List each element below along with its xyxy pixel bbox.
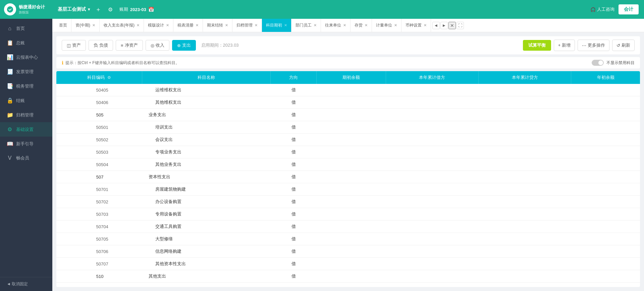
- table-row[interactable]: 50703 专用设备购置 借: [56, 208, 640, 221]
- cell-code: 50701: [56, 183, 142, 196]
- info-icon: ℹ: [62, 60, 63, 65]
- sidebar-item-closing[interactable]: 🔒 结账: [0, 93, 52, 108]
- sidebar-label-member: 畅会员: [16, 155, 29, 161]
- cell-direction: 借: [271, 221, 317, 233]
- logo-sub-text: 旗舰版: [19, 10, 45, 15]
- cell-debit: [386, 96, 478, 109]
- add-workspace-btn[interactable]: ＋: [94, 5, 103, 13]
- cell-debit: [386, 196, 478, 208]
- table-row[interactable]: 50503 专项业务支出 借: [56, 146, 640, 158]
- cell-debit: [386, 134, 478, 146]
- sidebar-item-member[interactable]: V 畅会员: [0, 151, 52, 165]
- table-row[interactable]: 50504 其他业务支出 借: [56, 158, 640, 171]
- table-row[interactable]: 50405 运维维权支出 借: [56, 84, 640, 96]
- tab-close-inventory[interactable]: ✕: [365, 23, 368, 28]
- tab-next-btn[interactable]: ▶: [440, 22, 448, 29]
- table-row[interactable]: 50502 会议支出 借: [56, 134, 640, 146]
- company-selector[interactable]: 基层工会测试 ▾: [58, 6, 90, 12]
- service-btn[interactable]: 🎧 人工咨询: [590, 6, 614, 12]
- period-label: 账期: [119, 6, 128, 12]
- tab-close-units[interactable]: ✕: [343, 23, 346, 28]
- column-settings-icon[interactable]: ⚙: [107, 75, 111, 80]
- sidebar-item-settings[interactable]: ⚙ 基础设置: [0, 122, 52, 137]
- sidebar-item-archive[interactable]: 📁 归档管理: [0, 108, 52, 122]
- tab-close-taxform[interactable]: ✕: [196, 23, 199, 28]
- tax-icon: 📑: [7, 83, 13, 89]
- cell-code: 50702: [56, 196, 142, 208]
- cell-balance: [317, 96, 386, 109]
- tab-close-yearend[interactable]: ✕: [225, 23, 228, 28]
- sidebar-item-ledger[interactable]: 📋 总账: [0, 36, 52, 50]
- tab-income[interactable]: 收入支出表(年报)✕: [100, 19, 144, 32]
- table-row[interactable]: 50704 交通工具购置 借: [56, 221, 640, 233]
- tab-prev-btn[interactable]: ◀: [432, 22, 440, 29]
- settings-icon[interactable]: ⚙: [107, 6, 114, 13]
- cell-credit: [478, 258, 571, 270]
- member-icon: V: [7, 155, 13, 161]
- tab-close-interim[interactable]: ✕: [92, 23, 95, 28]
- tab-home[interactable]: 首页: [55, 19, 71, 32]
- tab-measure[interactable]: 计量单位✕: [372, 19, 401, 32]
- tab-close-template[interactable]: ✕: [166, 23, 169, 28]
- tab-close-measure[interactable]: ✕: [394, 23, 397, 28]
- more-btn[interactable]: ⋯ 更多操作: [578, 40, 609, 51]
- filter-asset-btn[interactable]: ◫ 资产: [62, 40, 86, 51]
- table-row[interactable]: 50706 信息网络购建 借: [56, 245, 640, 258]
- table-row[interactable]: 50406 其他维权支出 借: [56, 96, 640, 109]
- col-balance: 期初余额: [317, 71, 386, 84]
- tab-template[interactable]: 模版设计✕: [144, 19, 173, 32]
- sidebar-item-home[interactable]: ⌂ 首页: [0, 21, 52, 36]
- tab-close-income[interactable]: ✕: [137, 23, 140, 28]
- table-row[interactable]: 505 业务支出 借: [56, 109, 640, 121]
- sidebar-collapse-btn[interactable]: ◄ 取消固定: [0, 277, 52, 291]
- tab-close-dept[interactable]: ✕: [314, 23, 317, 28]
- cell-balance: [317, 221, 386, 233]
- table-row[interactable]: 50702 办公设备购置 借: [56, 196, 640, 208]
- sidebar-item-guide[interactable]: 📖 新手引导: [0, 137, 52, 151]
- col-direction: 方向: [271, 71, 317, 84]
- filter-expense-btn[interactable]: ⊕ 支出: [172, 40, 196, 51]
- tab-subjects[interactable]: 科目期初✕: [262, 19, 291, 32]
- tab-currency[interactable]: 币种设置✕: [401, 19, 431, 32]
- tab-close-currency[interactable]: ✕: [424, 23, 427, 28]
- balance-btn[interactable]: 试算平衡: [523, 40, 551, 51]
- tab-close-subjects[interactable]: ✕: [284, 23, 287, 28]
- table-row[interactable]: 50501 培训支出 借: [56, 121, 640, 134]
- cell-direction: 借: [271, 270, 317, 283]
- tab-archive[interactable]: 归档管理✕: [232, 19, 262, 32]
- table-row[interactable]: 50707 其他资本性支出 借: [56, 258, 640, 270]
- tab-taxform[interactable]: 税表清册✕: [173, 19, 203, 32]
- refresh-btn[interactable]: ↺ 刷新: [612, 40, 635, 51]
- filter-liability-btn[interactable]: 负 负债: [89, 40, 113, 51]
- filter-income-btn[interactable]: ◎ 收入: [146, 40, 169, 51]
- tab-close-all-btn[interactable]: ✕: [448, 22, 456, 29]
- filter-equity-btn[interactable]: ≡ 净资产: [116, 40, 143, 51]
- period-selector[interactable]: 账期 2023-03 📅: [119, 6, 154, 12]
- tab-expand-btn[interactable]: ⛶: [457, 22, 464, 29]
- cell-credit: [478, 158, 571, 171]
- cell-year-balance: [571, 171, 640, 183]
- add-btn[interactable]: + 新增: [554, 40, 575, 51]
- cell-debit: [386, 221, 478, 233]
- disable-toggle[interactable]: [592, 60, 604, 66]
- cell-credit: [478, 96, 571, 109]
- sidebar-item-invoice[interactable]: 🧾 发票管理: [0, 64, 52, 79]
- sidebar-item-reports[interactable]: 📊 云报表中心: [0, 50, 52, 64]
- cell-direction: 借: [271, 158, 317, 171]
- equity-icon: ≡: [121, 43, 123, 48]
- cell-debit: [386, 109, 478, 121]
- tab-inventory[interactable]: 存货✕: [351, 19, 372, 32]
- cell-balance: [317, 121, 386, 134]
- tab-units[interactable]: 往来单位✕: [321, 19, 351, 32]
- sidebar-item-tax[interactable]: 📑 税务管理: [0, 79, 52, 93]
- tab-yearend[interactable]: 期末结转✕: [203, 19, 232, 32]
- table-row[interactable]: 510 其他支出 借: [56, 270, 640, 283]
- content-area: ◫ 资产 负 负债 ≡ 净资产 ◎ 收入 ⊕ 支出 启用期间：2023.03 试…: [52, 32, 644, 291]
- table-row[interactable]: 507 资本性支出 借: [56, 171, 640, 183]
- table-row[interactable]: 50701 房屋建筑物购建 借: [56, 183, 640, 196]
- tab-close-archive[interactable]: ✕: [255, 23, 258, 28]
- tab-dept[interactable]: 部门员工✕: [291, 19, 321, 32]
- account-button[interactable]: 会计: [619, 4, 639, 14]
- table-row[interactable]: 50705 大型修缮 借: [56, 233, 640, 245]
- tab-interim[interactable]: 资(中期)✕: [71, 19, 100, 32]
